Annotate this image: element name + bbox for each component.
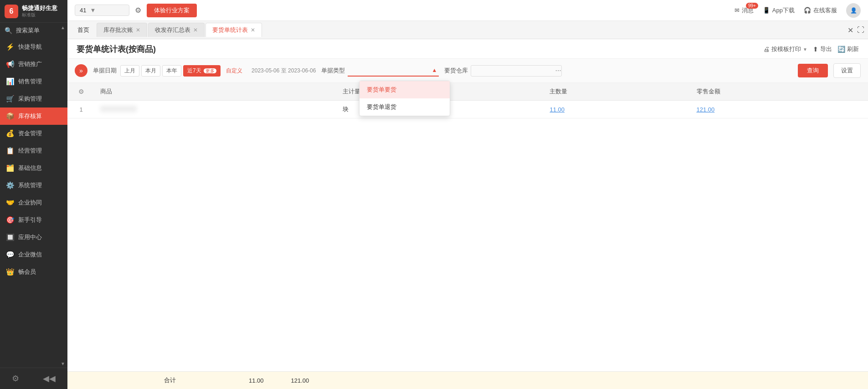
date-buttons: 上月 本月 本年 近7天 更多 自定义	[120, 65, 246, 77]
type-arrow-icon[interactable]: ▲	[430, 67, 439, 73]
tab-inventory-batch-close[interactable]: ✕	[136, 27, 140, 33]
tab-order-summary-close[interactable]: ✕	[251, 27, 255, 33]
tabs-close-all-icon[interactable]: ✕	[847, 26, 853, 34]
message-action[interactable]: ✉ 消息 99+	[734, 6, 754, 15]
query-button[interactable]: 查询	[798, 64, 828, 77]
sidebar-item-wechat[interactable]: 💬 企业微信	[0, 246, 67, 263]
sidebar-item-operations[interactable]: 📋 经营管理	[0, 142, 67, 159]
page-content: 要货单统计表(按商品) 🖨 按模板打印 ▼ ⬆ 导出 🔄 刷新	[67, 39, 868, 389]
tabs-expand-icon[interactable]: ⛶	[857, 26, 864, 34]
sidebar-collapse-btn[interactable]: ◀◀	[39, 372, 59, 385]
user-avatar[interactable]: 👤	[846, 3, 861, 18]
wechat-icon: 💬	[5, 251, 15, 259]
page-header-actions: 🖨 按模板打印 ▼ ⬆ 导出 🔄 刷新	[763, 45, 859, 53]
export-label: 导出	[820, 45, 832, 53]
7days-label: 近7天	[187, 67, 201, 74]
system-icon: ⚙️	[5, 181, 15, 189]
warehouse-input[interactable]	[471, 66, 555, 76]
print-button[interactable]: 🖨 按模板打印 ▼	[763, 45, 807, 53]
sidebar-scroll-down[interactable]: ▼	[59, 360, 67, 367]
warehouse-more-icon[interactable]: ···	[555, 67, 561, 75]
trial-button[interactable]: 体验行业方案	[147, 4, 197, 17]
sidebar-item-purchase[interactable]: 🛒 采购管理	[0, 90, 67, 107]
col-amount: 零售金额	[691, 83, 868, 101]
warehouse-input-container: ···	[471, 65, 561, 77]
col-quantity: 主数量	[544, 83, 691, 101]
table-container: ⚙ 商品 主计量单位 主数量 零售金额 1 块	[67, 83, 868, 371]
member-icon: 👑	[5, 268, 15, 276]
row-product	[95, 101, 337, 118]
quick-nav-icon: ⚡	[5, 43, 15, 51]
row-quantity[interactable]: 11.00	[544, 101, 691, 118]
sidebar-item-sales[interactable]: 📊 销售管理	[0, 73, 67, 90]
sidebar-item-basic-info[interactable]: 🗂️ 基础信息	[0, 159, 67, 177]
date-label: 单据日期	[93, 67, 117, 75]
header-settings-icon[interactable]: ⚙	[135, 6, 141, 15]
date-filter-group: 单据日期 上月 本月 本年 近7天 更多 自定义 2023-05-06 至 20…	[93, 65, 316, 77]
store-selector[interactable]: 41 ▼	[75, 5, 129, 16]
dropdown-item-order-return[interactable]: 要货单退货	[360, 98, 450, 116]
data-table: ⚙ 商品 主计量单位 主数量 零售金额 1 块	[67, 83, 868, 118]
headset-icon: 🎧	[804, 7, 811, 14]
avatar-placeholder: 👤	[850, 7, 857, 14]
table-body: 1 块 11.00 121.00	[67, 101, 868, 118]
footer-quantity: 11.00	[249, 377, 264, 384]
7days-badge: 更多	[204, 68, 216, 73]
col-product: 商品	[95, 83, 337, 101]
app-center-icon: 🔲	[5, 233, 15, 241]
dropdown-item-order-goods[interactable]: 要货单要货	[360, 81, 450, 98]
enterprise-icon: 🤝	[5, 199, 15, 207]
sidebar-item-inventory[interactable]: 📦 库存核算	[0, 107, 67, 125]
filter-bar: » 单据日期 上月 本月 本年 近7天 更多 自定义 2023-05-06 至 …	[67, 59, 868, 83]
refresh-button[interactable]: 🔄 刷新	[837, 45, 859, 53]
type-dropdown: 要货单要货 要货单退货	[359, 81, 450, 116]
date-btn-last-month[interactable]: 上月	[120, 65, 139, 77]
col-settings: ⚙	[67, 83, 95, 101]
row-amount[interactable]: 121.00	[691, 101, 868, 118]
message-icon: ✉	[734, 7, 740, 14]
sales-icon: 📊	[5, 77, 15, 86]
sidebar-item-quick-nav[interactable]: ⚡ 快捷导航	[0, 38, 67, 56]
message-badge: 99+	[746, 3, 758, 9]
sidebar-item-guide[interactable]: 🎯 新手引导	[0, 211, 67, 229]
sidebar-item-system[interactable]: ⚙️ 系统管理	[0, 177, 67, 194]
sidebar-item-enterprise[interactable]: 🤝 企业协同	[0, 194, 67, 211]
sidebar-settings-btn[interactable]: ⚙	[8, 372, 23, 385]
export-button[interactable]: ⬆ 导出	[813, 45, 832, 53]
footer-label: 合计	[164, 376, 176, 384]
tab-inventory-batch[interactable]: 库存批次账 ✕	[97, 23, 147, 37]
filter-toggle-btn[interactable]: »	[75, 64, 87, 77]
search-menu[interactable]: 🔍 搜索菜单	[0, 23, 67, 38]
sidebar-item-app-center[interactable]: 🔲 应用中心	[0, 229, 67, 246]
sidebar-nav: ⚡ 快捷导航 📢 营销推广 📊 销售管理 🛒 采购管理 📦 库存核算 💰 资金管…	[0, 38, 67, 368]
tab-order-summary-label: 要货单统计表	[212, 26, 248, 34]
tab-receive-summary[interactable]: 收发存汇总表 ✕	[148, 23, 205, 37]
print-dropdown-icon[interactable]: ▼	[803, 47, 807, 52]
date-btn-custom[interactable]: 自定义	[222, 66, 246, 76]
header-right: ✉ 消息 99+ 📱 App下载 🎧 在线客服 👤	[734, 3, 861, 18]
tab-home[interactable]: 首页	[71, 23, 96, 37]
date-btn-this-year[interactable]: 本年	[162, 65, 181, 77]
sidebar-scroll-up[interactable]: ▲	[59, 24, 67, 31]
app-download-action[interactable]: 📱 App下载	[763, 6, 795, 15]
table-footer: 合计 11.00 121.00	[67, 371, 868, 389]
type-input[interactable]	[348, 65, 430, 76]
sidebar-item-member[interactable]: 👑 畅会员	[0, 263, 67, 281]
tab-order-summary[interactable]: 要货单统计表 ✕	[205, 23, 262, 37]
sidebar-item-marketing[interactable]: 📢 营销推广	[0, 56, 67, 73]
date-btn-7days[interactable]: 近7天 更多	[183, 65, 221, 77]
online-service-label: 在线客服	[813, 6, 837, 15]
refresh-icon: 🔄	[837, 46, 845, 53]
purchase-icon: 🛒	[5, 95, 15, 103]
sidebar-item-finance[interactable]: 💰 资金管理	[0, 125, 67, 142]
app-logo: 6 畅捷通好生意 标准版	[0, 0, 67, 23]
type-label: 单据类型	[321, 67, 345, 75]
refresh-label: 刷新	[847, 45, 859, 53]
col-settings-icon[interactable]: ⚙	[78, 88, 84, 95]
online-service-action[interactable]: 🎧 在线客服	[804, 6, 837, 15]
tab-receive-summary-close[interactable]: ✕	[193, 27, 198, 33]
row-product-name	[100, 106, 137, 112]
settings-button[interactable]: 设置	[833, 63, 861, 78]
sidebar: 6 畅捷通好生意 标准版 🔍 搜索菜单 ⚡ 快捷导航 📢 营销推广 📊 销售管理…	[0, 0, 67, 389]
date-btn-this-month[interactable]: 本月	[141, 65, 160, 77]
